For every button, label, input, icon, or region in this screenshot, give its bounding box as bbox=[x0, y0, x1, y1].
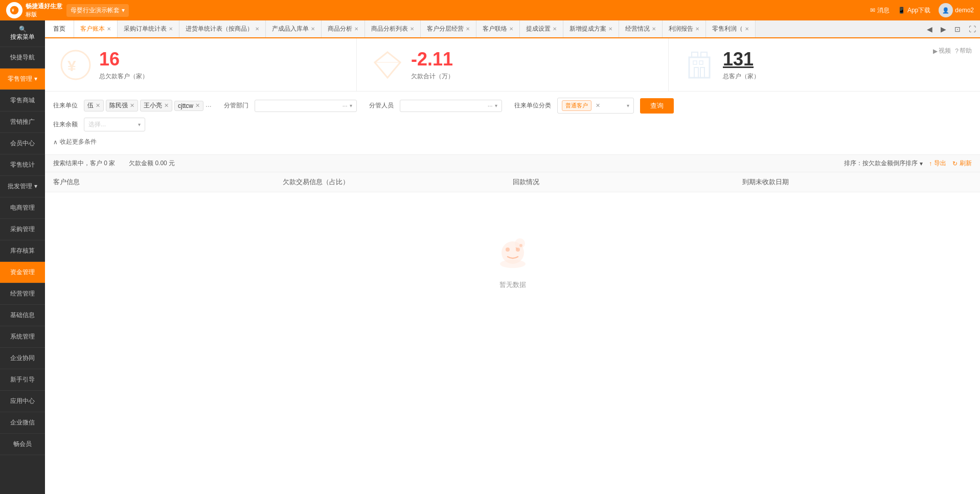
tab-purchase-stats[interactable]: 采购订单统计表 ✕ bbox=[118, 20, 179, 37]
unit-tag-2-value: 王小亮 bbox=[144, 101, 162, 110]
sidebar-item-marketing[interactable]: 营销推广 bbox=[0, 111, 45, 133]
person-more-icon: ··· bbox=[488, 102, 493, 109]
category-tag-close[interactable]: ✕ bbox=[596, 102, 600, 109]
message-btn[interactable]: ✉ 消息 bbox=[870, 6, 890, 15]
tab-customer-account[interactable]: 客户账本 ✕ bbox=[74, 20, 118, 37]
user-name: demo2 bbox=[955, 7, 974, 14]
tab-goods-list-close[interactable]: ✕ bbox=[410, 26, 414, 32]
sidebar-item-finance[interactable]: 资金管理 bbox=[0, 262, 45, 283]
sidebar-item-quick-nav[interactable]: 快捷导航 bbox=[0, 47, 45, 69]
dept-select[interactable]: ··· ▾ bbox=[255, 100, 357, 112]
tab-inventory-stats-close[interactable]: ✕ bbox=[255, 26, 259, 32]
sidebar-item-retail-mgmt[interactable]: 零售管理 ▾ bbox=[0, 69, 45, 90]
tab-contact-close[interactable]: ✕ bbox=[509, 26, 513, 32]
tab-fullscreen-btn[interactable]: ⛶ bbox=[965, 22, 980, 36]
sidebar-item-corp-wechat[interactable]: 企业微信 bbox=[0, 412, 45, 434]
help-btn[interactable]: ? 帮助 bbox=[955, 47, 972, 55]
sidebar-vip-label: 畅会员 bbox=[13, 440, 32, 447]
tab-customer-contact-label: 客户联络 bbox=[483, 25, 507, 33]
sidebar-item-retail-stats[interactable]: 零售统计 bbox=[0, 154, 45, 176]
tab-pin-btn[interactable]: ⊡ bbox=[950, 22, 965, 36]
sidebar-item-newbie[interactable]: 新手引导 bbox=[0, 369, 45, 391]
svg-marker-5 bbox=[375, 52, 400, 62]
sidebar-search[interactable]: 🔍 搜索菜单 bbox=[0, 20, 45, 47]
results-bar: 搜索结果中，客户 0 家 欠款金额 0.00 元 排序：按欠款金额倒序排序 ▾ … bbox=[45, 155, 980, 172]
tab-inventory-stats[interactable]: 进货单统计表（按商品） ✕ bbox=[179, 20, 266, 37]
unit-tags-more[interactable]: ··· bbox=[206, 102, 212, 110]
tab-purchase-stats-label: 采购订单统计表 bbox=[124, 25, 167, 33]
tab-profit-close[interactable]: ✕ bbox=[695, 26, 699, 32]
sidebar-corp-wechat-label: 企业微信 bbox=[10, 419, 35, 426]
sidebar-item-retail-shop[interactable]: 零售商城 bbox=[0, 90, 45, 111]
sidebar-item-vip[interactable]: 畅会员 bbox=[0, 434, 45, 455]
collapse-up-icon: ∧ bbox=[53, 139, 58, 146]
filter-row-1: 往来单位 伍 ✕ 陈民强 ✕ 王小亮 ✕ bbox=[53, 98, 972, 114]
tab-segment-close[interactable]: ✕ bbox=[466, 26, 470, 32]
refresh-btn[interactable]: ↻ 刷新 bbox=[952, 159, 972, 168]
unit-tag-0-close[interactable]: ✕ bbox=[96, 102, 100, 109]
results-prefix: 搜索结果中，客户 bbox=[53, 160, 102, 167]
tab-retail-profit-close[interactable]: ✕ bbox=[745, 26, 749, 32]
message-label: 消息 bbox=[877, 6, 890, 15]
unit-tag-3-close[interactable]: ✕ bbox=[195, 102, 200, 109]
sidebar-item-basic[interactable]: 基础信息 bbox=[0, 305, 45, 326]
app-download-label: App下载 bbox=[907, 6, 930, 15]
user-menu[interactable]: 👤 demo2 bbox=[939, 3, 974, 17]
sidebar-item-app-center[interactable]: 应用中心 bbox=[0, 391, 45, 412]
dept-more-icon: ··· bbox=[343, 102, 348, 109]
export-btn[interactable]: ↑ 导出 bbox=[929, 159, 946, 168]
tab-retail-profit[interactable]: 零售利润（ ✕ bbox=[706, 20, 756, 37]
tab-new-plan-close[interactable]: ✕ bbox=[608, 26, 612, 32]
stat-debtors-value: 16 bbox=[99, 49, 148, 70]
sidebar-item-enterprise[interactable]: 企业协同 bbox=[0, 348, 45, 369]
sidebar-item-purchase[interactable]: 采购管理 bbox=[0, 219, 45, 240]
tab-ops-status[interactable]: 经营情况 ✕ bbox=[619, 20, 663, 37]
tab-customer-account-close[interactable]: ✕ bbox=[107, 26, 111, 32]
tab-customer-segment-label: 客户分层经营 bbox=[427, 25, 464, 33]
tab-ops-close[interactable]: ✕ bbox=[652, 26, 656, 32]
tab-submit-settings[interactable]: 提成设置 ✕ bbox=[520, 20, 563, 37]
tab-production-in-close[interactable]: ✕ bbox=[311, 26, 315, 32]
query-button[interactable]: 查询 bbox=[640, 98, 674, 114]
person-select[interactable]: ··· ▾ bbox=[400, 100, 502, 112]
sidebar-inventory-label: 库存核算 bbox=[10, 247, 35, 254]
env-selector[interactable]: 母婴行业演示帐套 ▾ bbox=[66, 4, 129, 17]
sidebar-item-system[interactable]: 系统管理 bbox=[0, 326, 45, 348]
tab-goods-analysis-list[interactable]: 商品分析列表 ✕ bbox=[365, 20, 421, 37]
sidebar-item-inventory[interactable]: 库存核算 bbox=[0, 240, 45, 262]
tab-submit-close[interactable]: ✕ bbox=[553, 26, 557, 32]
tab-customer-segment[interactable]: 客户分层经营 ✕ bbox=[421, 20, 476, 37]
env-name: 母婴行业演示帐套 bbox=[71, 6, 120, 15]
tab-next-btn[interactable]: ▶ bbox=[937, 22, 950, 36]
svg-point-0 bbox=[10, 6, 19, 15]
unit-tag-1-value: 陈民强 bbox=[109, 101, 128, 110]
search-icon: 🔍 bbox=[19, 26, 27, 33]
collapse-btn[interactable]: ∧ 收起更多条件 bbox=[53, 138, 972, 146]
sidebar-item-ecommerce[interactable]: 电商管理 bbox=[0, 197, 45, 219]
tab-profit-report[interactable]: 利润报告 ✕ bbox=[663, 20, 706, 37]
unit-tag-1-close[interactable]: ✕ bbox=[130, 102, 134, 109]
balance-select[interactable]: 选择... ▾ bbox=[84, 118, 145, 131]
tab-prev-btn[interactable]: ◀ bbox=[923, 22, 937, 36]
results-actions: 排序：按欠款金额倒序排序 ▾ ↑ 导出 ↻ 刷新 bbox=[844, 159, 972, 168]
results-debt-label bbox=[121, 160, 127, 167]
tab-submit-settings-label: 提成设置 bbox=[526, 25, 551, 33]
tab-purchase-stats-close[interactable]: ✕ bbox=[169, 26, 173, 32]
app-download-btn[interactable]: 📱 App下载 bbox=[898, 6, 930, 15]
sidebar-app-center-label: 应用中心 bbox=[10, 397, 35, 405]
empty-text: 暂无数据 bbox=[499, 280, 526, 289]
top-bar-left: ¥ 畅捷通好生意 标版 母婴行业演示帐套 ▾ bbox=[6, 2, 129, 18]
unit-tag-2-close[interactable]: ✕ bbox=[164, 102, 169, 109]
sidebar-item-ops[interactable]: 经营管理 bbox=[0, 283, 45, 305]
tab-goods-analysis-close[interactable]: ✕ bbox=[354, 26, 358, 32]
sidebar-item-wholesale[interactable]: 批发管理 ▾ bbox=[0, 176, 45, 197]
sidebar-item-member[interactable]: 会员中心 bbox=[0, 133, 45, 154]
tab-goods-analysis[interactable]: 商品分析 ✕ bbox=[322, 20, 365, 37]
tab-customer-contact[interactable]: 客户联络 ✕ bbox=[476, 20, 520, 37]
video-help-btn[interactable]: ▶ 视频 bbox=[933, 47, 951, 55]
tab-home[interactable]: 首页 bbox=[45, 20, 74, 37]
tab-production-in[interactable]: 产成品入库单 ✕ bbox=[266, 20, 322, 37]
category-select[interactable]: 普通客户 ✕ ▾ bbox=[557, 98, 634, 114]
sort-select[interactable]: 排序：按欠款金额倒序排序 ▾ bbox=[844, 159, 923, 168]
tab-new-plan[interactable]: 新增提成方案 ✕ bbox=[563, 20, 619, 37]
